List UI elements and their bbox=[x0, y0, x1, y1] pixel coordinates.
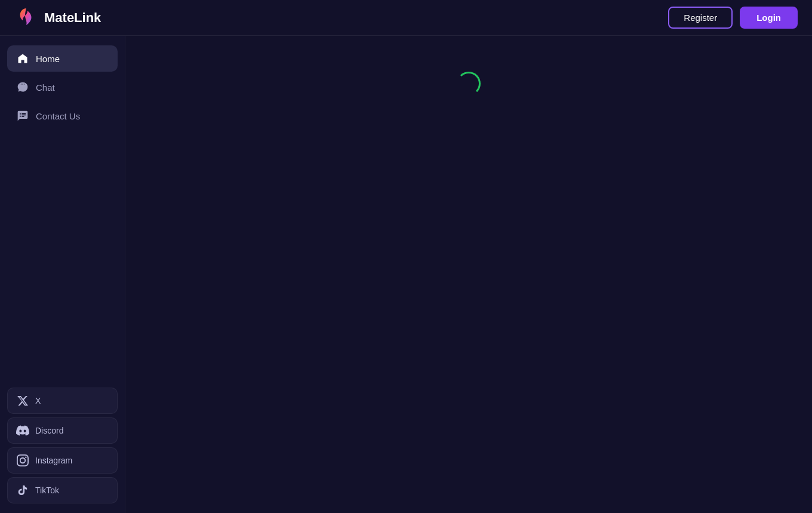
social-item-instagram[interactable]: Instagram bbox=[7, 447, 118, 474]
chat-icon bbox=[17, 81, 29, 93]
svg-point-3 bbox=[24, 86, 25, 87]
sidebar-social: X Discord Instagram bbox=[7, 378, 118, 503]
x-icon bbox=[16, 394, 29, 407]
sidebar-item-chat-label: Chat bbox=[36, 82, 55, 93]
social-item-discord[interactable]: Discord bbox=[7, 417, 118, 444]
login-button[interactable]: Login bbox=[740, 7, 798, 29]
loading-spinner bbox=[457, 72, 481, 96]
sidebar-item-contact[interactable]: Contact Us bbox=[7, 103, 118, 129]
home-icon bbox=[17, 53, 29, 64]
discord-icon bbox=[16, 424, 29, 437]
register-button[interactable]: Register bbox=[668, 7, 733, 29]
social-item-x-label: X bbox=[35, 396, 41, 406]
social-item-instagram-label: Instagram bbox=[35, 456, 72, 465]
navbar-actions: Register Login bbox=[668, 7, 798, 29]
brand-logo-area[interactable]: MateLink bbox=[14, 6, 101, 30]
sidebar-nav: Home Chat bbox=[7, 45, 118, 378]
contact-icon bbox=[17, 110, 29, 122]
svg-point-2 bbox=[22, 86, 23, 87]
brand-logo-icon bbox=[14, 6, 38, 30]
main-layout: Home Chat bbox=[0, 36, 812, 513]
sidebar-item-contact-label: Contact Us bbox=[36, 111, 80, 121]
social-item-discord-label: Discord bbox=[35, 426, 63, 435]
sidebar-item-chat[interactable]: Chat bbox=[7, 74, 118, 100]
social-item-x[interactable]: X bbox=[7, 388, 118, 414]
sidebar-item-home[interactable]: Home bbox=[7, 45, 118, 72]
sidebar-item-home-label: Home bbox=[36, 54, 60, 64]
instagram-icon bbox=[16, 454, 29, 467]
tiktok-icon bbox=[16, 484, 29, 497]
brand-name: MateLink bbox=[44, 10, 101, 26]
content-area bbox=[125, 36, 812, 513]
svg-point-1 bbox=[21, 86, 22, 87]
sidebar: Home Chat bbox=[0, 36, 125, 513]
navbar: MateLink Register Login bbox=[0, 0, 812, 36]
social-item-tiktok-label: TikTok bbox=[35, 486, 59, 495]
loading-spinner-container bbox=[457, 72, 481, 96]
social-item-tiktok[interactable]: TikTok bbox=[7, 477, 118, 503]
